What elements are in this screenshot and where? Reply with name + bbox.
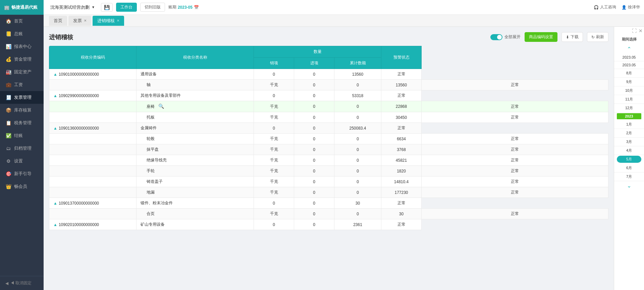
table-cell-unit: 千克 (254, 209, 294, 219)
table-cell-purchase: 0 (334, 166, 381, 176)
period-item[interactable]: 1月 (614, 120, 644, 129)
period-item[interactable]: 10月 (614, 86, 644, 95)
home-icon: 🏠 (5, 18, 11, 24)
company-selector[interactable]: 沈海英测试经营勿删 ▼ (48, 3, 98, 12)
data-table: 税收分类编码 税收分类名称 数量 预警状态 销项 进项 累计数额 (49, 46, 608, 230)
period-item[interactable]: 2023 (617, 113, 641, 120)
tab-home[interactable]: 首页 (49, 16, 67, 26)
table-cell-name: 轮毂 (137, 134, 254, 144)
table-cell-total: 13560 (334, 69, 381, 80)
table-row (49, 187, 137, 198)
period-item[interactable]: 7月 (614, 172, 644, 181)
table-cell-sales: 0 (294, 166, 334, 176)
table-cell-unit: 千克 (254, 166, 294, 176)
scroll-up-icon[interactable]: ⌃ (614, 45, 644, 54)
table-cell-sales: 0 (294, 155, 334, 166)
period-item[interactable]: 11月 (614, 95, 644, 104)
sidebar-item-member[interactable]: 👑 畅会员 (0, 180, 44, 193)
download-label: 下载 (571, 34, 579, 40)
workspace-button[interactable]: 工作台 (116, 3, 137, 12)
sidebar-item-ledger[interactable]: 📒 总账 (0, 27, 44, 40)
sidebar: 🏢 畅捷通易代账 🏠 首页 📒 总账 📊 报表中心 💰 资金管理 🏭 固定资产 … (0, 0, 44, 290)
sidebar-item-label: 库存核算 (14, 107, 32, 113)
sidebar-item-salary[interactable]: 💼 工资 (0, 78, 44, 91)
period-item[interactable]: 2023.05 (614, 54, 644, 61)
sidebar-item-home[interactable]: 🏠 首页 (0, 15, 44, 27)
table-cell-name: 矿山专用设备 (137, 219, 254, 230)
table-row (49, 176, 137, 187)
expand-toggle[interactable]: 全部展开 (490, 34, 521, 40)
table-cell-total: 30450 (381, 112, 422, 123)
scroll-down-icon[interactable]: ⌄ (614, 181, 644, 190)
table-row (49, 155, 137, 166)
search-icon[interactable]: 🔍 (158, 103, 164, 109)
sidebar-item-assets[interactable]: 🏭 固定资产 (0, 66, 44, 78)
sidebar-item-reports[interactable]: 📊 报表中心 (0, 40, 44, 53)
switch-version-button[interactable]: 切到旧版 (140, 3, 165, 12)
save-draft-button[interactable]: 💾 (101, 3, 113, 12)
close-icon[interactable]: ✕ (117, 19, 119, 22)
table-cell-status: 正常 (422, 134, 608, 144)
table-cell-unit: 千克 (254, 101, 294, 112)
workspace-label: 工作台 (120, 4, 132, 10)
period-value: 2023-05 (178, 5, 193, 10)
table-cell-name: 座椅 🔍 (137, 101, 254, 112)
sidebar-item-funds[interactable]: 💰 资金管理 (0, 53, 44, 66)
user-btn[interactable]: 👤 徐泽华 (622, 4, 640, 10)
period-item[interactable]: 4月 (614, 146, 644, 155)
service-btn[interactable]: 🎧 人工咨询 (594, 4, 616, 10)
period-item[interactable]: 2023.05 (614, 61, 644, 69)
table-cell-status: 正常 (422, 101, 608, 112)
collapse-icon[interactable]: ▲ (53, 93, 57, 98)
sidebar-collapse-btn[interactable]: ◀ ◀ 取消固定 (0, 276, 44, 290)
tab-invoice[interactable]: 发票 ✕ (68, 16, 91, 26)
sidebar-item-tax[interactable]: 📋 税务管理 (0, 117, 44, 129)
main-area: 沈海英测试经营勿删 ▼ 💾 工作台 切到旧版 账期 2023-05 📅 🎧 人工… (44, 0, 644, 290)
period-item[interactable]: 6月 (614, 164, 644, 172)
table-cell-name: 抹平盘 (137, 144, 254, 155)
period-item[interactable]: 3月 (614, 138, 644, 146)
table-cell-purchase: 0 (294, 90, 334, 101)
sidebar-item-label: 畅会员 (14, 184, 27, 190)
sidebar-item-guide[interactable]: 🎯 新手引导 (0, 167, 44, 180)
collapse-icon[interactable]: ▲ (53, 126, 57, 131)
sidebar-nav: 🏠 首页 📒 总账 📊 报表中心 💰 资金管理 🏭 固定资产 💼 工资 🧾 发票… (0, 15, 44, 276)
table-row: ▲109013700000000000 (49, 198, 137, 209)
table-cell-status: 正常 (422, 155, 608, 166)
tab-reconcile[interactable]: 进销稽核 ✕ (93, 16, 124, 26)
sidebar-item-inventory[interactable]: 📦 库存核算 (0, 104, 44, 117)
company-name: 沈海英测试经营勿删 (50, 4, 90, 10)
period-item[interactable]: 5月 (617, 156, 641, 163)
collapse-icon[interactable]: ▲ (53, 72, 57, 77)
sidebar-item-label: 总账 (14, 31, 23, 37)
table-cell-sales: 0 (294, 176, 334, 187)
table-cell-name: 地漏 (137, 187, 254, 198)
sidebar-item-label: 报表中心 (14, 44, 32, 50)
sidebar-item-label: 工资 (14, 82, 23, 88)
sidebar-item-archive[interactable]: 🗂 归档管理 (0, 142, 44, 155)
sidebar-item-settlement[interactable]: ✅ 结账 (0, 129, 44, 142)
settings-btn[interactable]: 商品编码设置 (525, 32, 557, 42)
table-cell-unit: 千克 (254, 155, 294, 166)
guide-icon: 🎯 (5, 171, 11, 176)
refresh-btn[interactable]: ↻ 刷新 (587, 32, 608, 42)
close-panel-icon[interactable]: ✕ (639, 28, 643, 33)
table-cell-total: 3768 (381, 144, 422, 155)
collapse-icon[interactable]: ▲ (53, 201, 57, 206)
table-cell-purchase: 0 (334, 187, 381, 198)
sidebar-item-invoice[interactable]: 🧾 发票管理 (0, 91, 44, 104)
page-actions: 全部展开 商品编码设置 ⬇ 下载 ↻ 刷新 (490, 32, 608, 42)
period-item[interactable]: 12月 (614, 104, 644, 113)
expand-icon[interactable]: ⛶ (632, 28, 637, 33)
calendar-icon[interactable]: 📅 (194, 5, 199, 10)
period-item[interactable]: 2月 (614, 129, 644, 138)
sidebar-item-settings[interactable]: ⚙ 设置 (0, 155, 44, 167)
toggle-track[interactable] (490, 34, 502, 40)
period-item[interactable]: 9月 (614, 78, 644, 86)
table-cell-status: 正常 (381, 123, 422, 134)
period-item[interactable]: 8月 (614, 69, 644, 78)
table-cell-total: 45821 (381, 155, 422, 166)
collapse-icon[interactable]: ▲ (53, 222, 57, 227)
close-icon[interactable]: ✕ (84, 19, 87, 22)
download-btn[interactable]: ⬇ 下载 (561, 32, 583, 42)
